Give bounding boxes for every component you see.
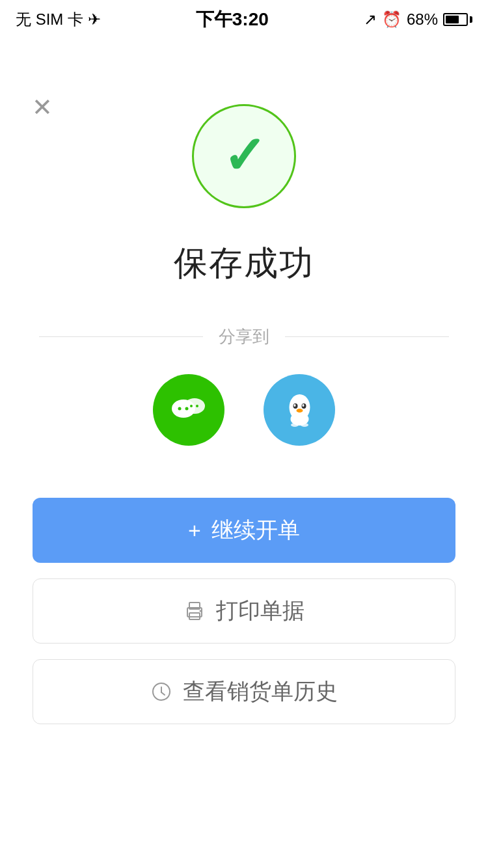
svg-point-2 — [178, 407, 181, 410]
svg-point-1 — [184, 398, 205, 414]
share-divider: 分享到 — [0, 325, 488, 348]
qq-share-button[interactable] — [264, 374, 335, 446]
location-icon: ↗ — [364, 10, 377, 29]
status-right: ↗ ⏰ 68% — [364, 10, 472, 29]
share-icons-row — [153, 374, 335, 446]
main-content: ✕ ✓ 保存成功 分享到 — [0, 39, 488, 868]
qq-icon — [278, 389, 321, 431]
action-buttons: + 继续开单 打印单据 — [0, 498, 488, 724]
continue-button[interactable]: + 继续开单 — [33, 498, 455, 563]
sim-label: 无 SIM 卡 ✈ — [16, 9, 101, 30]
history-label: 查看销货单历史 — [183, 677, 338, 707]
checkmark-icon: ✓ — [223, 130, 266, 182]
wechat-icon — [168, 389, 210, 431]
continue-label: 继续开单 — [211, 515, 300, 545]
status-left: 无 SIM 卡 ✈ — [16, 9, 101, 30]
divider-line-right — [285, 336, 449, 337]
svg-point-11 — [302, 404, 304, 407]
status-time: 下午3:20 — [196, 7, 269, 32]
svg-point-10 — [293, 404, 295, 407]
printer-icon — [183, 600, 206, 622]
alarm-icon: ⏰ — [382, 10, 401, 29]
svg-point-4 — [190, 405, 193, 407]
close-button[interactable]: ✕ — [26, 91, 59, 124]
plus-icon: + — [188, 518, 201, 543]
battery-percent: 68% — [407, 10, 438, 29]
clock-icon — [150, 681, 172, 703]
svg-point-19 — [200, 610, 202, 612]
svg-point-12 — [296, 409, 303, 413]
success-icon-circle: ✓ — [192, 104, 296, 208]
status-bar: 无 SIM 卡 ✈ 下午3:20 ↗ ⏰ 68% — [0, 0, 488, 39]
svg-point-15 — [301, 423, 308, 427]
battery-icon — [443, 13, 472, 26]
share-label: 分享到 — [203, 325, 285, 348]
wechat-share-button[interactable] — [153, 374, 224, 446]
print-button[interactable]: 打印单据 — [33, 578, 455, 644]
history-button[interactable]: 查看销货单历史 — [33, 659, 455, 724]
svg-point-3 — [185, 407, 188, 410]
svg-line-22 — [161, 692, 165, 695]
success-title: 保存成功 — [174, 241, 314, 286]
print-label: 打印单据 — [216, 596, 305, 626]
svg-point-14 — [291, 423, 299, 427]
divider-line-left — [39, 336, 203, 337]
close-icon: ✕ — [32, 95, 53, 120]
svg-point-5 — [196, 405, 198, 407]
